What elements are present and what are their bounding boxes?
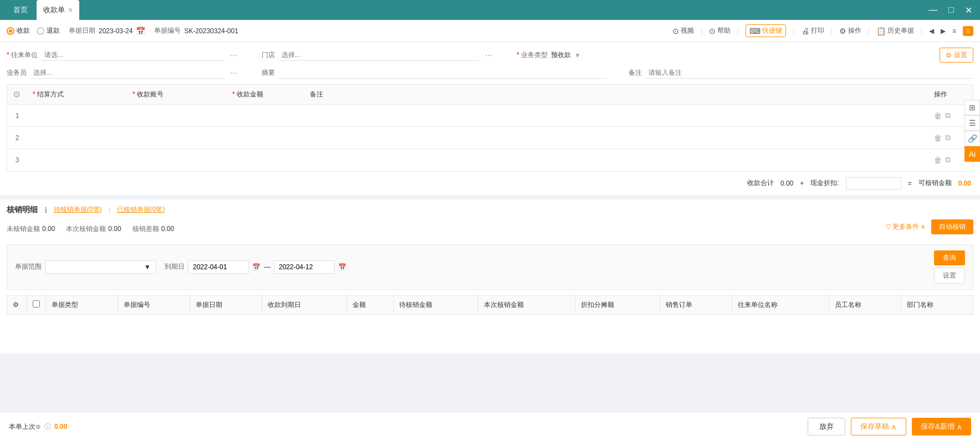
video-action[interactable]: ⊙ 视频 [672,26,694,35]
btcol-due-date: 收款到期日 [262,295,346,314]
tab-close-icon[interactable]: × [68,6,73,14]
copy-icon-3[interactable]: ⧉ [945,155,951,165]
btcol-current: 本次核销金额 [478,295,575,314]
btcol-counterpart: 往来单位名称 [732,295,829,314]
plus-sign: + [800,180,804,187]
menu-icon[interactable]: ≡ [952,27,956,35]
delete-icon-3[interactable]: 🗑 [934,156,942,165]
counterpart-input[interactable] [41,49,224,61]
toolbar-actions: ⊙ 视频 | ⊙ 帮助 | ⌨ 快捷键 | 🖨 打印 | [672,24,973,37]
store-more-icon[interactable]: ··· [483,50,494,60]
summary-input[interactable] [278,67,606,79]
sidebar-list-icon[interactable]: ☰ [964,115,980,131]
select-all-checkbox[interactable] [33,300,40,307]
hexiao-info-icon[interactable]: ℹ [44,206,47,214]
table-gear-icon[interactable]: ⚙ [13,90,21,99]
auto-hexiao-button[interactable]: 自动核销 [931,219,973,234]
diff-label: 核销差额 [132,224,159,234]
more-conditions-label: 更多条件 [892,222,919,232]
current-stat: 本次核销金额 0.00 [66,224,121,234]
tab-active[interactable]: 收款单 × [37,0,79,20]
remark-input[interactable] [645,67,973,79]
row-3-account[interactable] [127,149,227,171]
copy-icon-2[interactable]: ⧉ [945,133,951,142]
store-input[interactable] [278,49,479,61]
discount-input[interactable] [846,177,901,189]
row-2-settlement[interactable] [27,127,127,149]
orange-menu-icon[interactable]: ≡ [963,26,973,36]
current-value: 0.00 [108,225,121,233]
close-button[interactable]: ✕ [962,4,976,17]
minimize-button[interactable]: — [925,4,941,16]
calendar-icon[interactable]: 📅 [136,27,145,35]
radio-receipt[interactable]: 收款 [7,26,30,35]
date-range-select[interactable]: ▼ [45,260,156,274]
operation-action[interactable]: ⚙ 操作 [839,26,861,35]
more-conditions-btn[interactable]: ▽ 更多条件 ∧ [886,222,926,232]
copy-icon-1[interactable]: ⧉ [945,111,951,120]
history-action[interactable]: 📋 历史单据 [876,26,914,35]
row-1-remark[interactable] [304,105,928,127]
maximize-button[interactable]: □ [945,4,957,16]
hexiao-pending-tab[interactable]: 待核销单据(0笔) [54,205,102,214]
gear-icon: ⚙ [946,52,952,59]
radio-refund[interactable]: 退款 [37,26,60,35]
date-range-field: 单据范围 ▼ [15,260,156,274]
arrow-left[interactable]: ◀ [929,27,934,35]
row-1-account[interactable] [127,105,227,127]
row-1-settlement[interactable] [27,105,127,127]
calendar-to-icon[interactable]: 📅 [338,263,346,271]
sidebar-link-icon[interactable]: 🔗 [964,131,980,146]
counterpart-more-icon[interactable]: ··· [228,50,239,60]
due-date-from-input[interactable] [188,260,249,274]
row-num-3: 3 [7,149,27,171]
delete-icon-2[interactable]: 🗑 [934,134,942,142]
col-account-header: 收款账号 [127,85,227,105]
history-label: 历史单据 [887,26,914,35]
col-settings-header[interactable]: ⚙ [7,85,27,105]
calendar-from-icon[interactable]: 📅 [252,263,261,271]
footer-spacer [0,320,980,353]
row-2-remark[interactable] [304,127,928,149]
btcol-employee: 员工名称 [829,295,901,314]
due-date-label: 到期日 [165,262,185,271]
btcol-type: 单据类型 [46,295,118,314]
number-field: 单据编号 SK-20230324-001 [154,26,238,35]
btcol-settings[interactable]: ⚙ [7,295,27,314]
row-3-remark[interactable] [304,149,928,171]
sidebar-ai-icon[interactable]: Ai [964,146,980,162]
print-action[interactable]: 🖨 打印 [802,26,824,35]
content-wrapper: 收款 退款 单据日期 2023-03-24 📅 单据编号 SK-20230324… [0,20,980,417]
row-2-account[interactable] [127,127,227,149]
current-label: 本次核销金额 [66,224,106,234]
row-2-amount[interactable] [227,127,304,149]
salesperson-input[interactable] [30,67,224,79]
query-button[interactable]: 查询 [934,250,965,265]
radio-receipt-circle [7,27,14,35]
business-type-arrow-icon[interactable]: ▼ [574,52,581,59]
shortcut-action[interactable]: ⌨ 快捷键 [746,24,786,37]
tab-home[interactable]: 首页 [4,0,37,20]
chevron-up-icon: ∧ [921,223,926,230]
business-type-value: 预收款 [551,50,571,60]
btcol-date: 单据日期 [190,295,262,314]
arrow-right[interactable]: ▶ [941,27,946,35]
salesperson-more-icon[interactable]: ··· [228,68,239,78]
btcol-checkbox[interactable] [27,295,46,314]
settings-button[interactable]: ⚙ 设置 [940,48,973,63]
hexiao-done-tab[interactable]: 已核销单据(0笔) [117,205,165,214]
sidebar-table-icon[interactable]: ⊞ [964,100,980,115]
diff-value: 0.00 [161,225,174,233]
row-3-amount[interactable] [227,149,304,171]
row-3-settlement[interactable] [27,149,127,171]
row-1-amount[interactable] [227,105,304,127]
right-sidebar: ⊞ ☰ 🔗 Ai [964,100,980,162]
hexiao-settings-button[interactable]: 设置 [934,268,965,284]
receipt-type-group: 收款 退款 [7,26,60,35]
total-value: 0.00 [780,180,793,187]
help-action[interactable]: ⊙ 帮助 [709,26,731,35]
delete-icon-1[interactable]: 🗑 [934,111,942,120]
form-area: 往来单位 ··· 门店 ··· 业务类型 预收款 ▼ [0,42,980,84]
due-date-to-input[interactable] [274,260,335,274]
sep2: | [737,27,739,35]
